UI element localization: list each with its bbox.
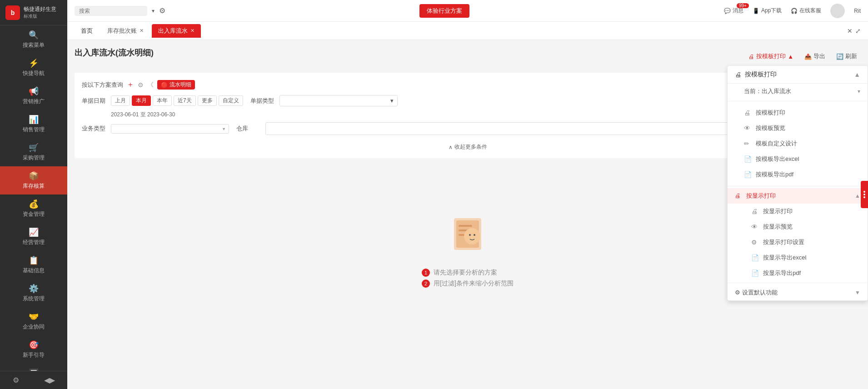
svg-point-9 [863,194,865,195]
enterprise-icon: 🤝 [29,312,39,322]
filter-active-tag[interactable]: 🔴 流水明细 [157,80,195,90]
display-settings-item[interactable]: ⚙ 按显示打印设置 [735,234,868,250]
date-pill-last-month[interactable]: 上月 [111,95,130,106]
empty-illustration [445,211,490,257]
close-tab-inventory-flow-icon[interactable]: ✕ [190,28,195,34]
sidebar-item-sales[interactable]: 📊 销售管理 [0,110,67,138]
export-button[interactable]: 📤 导出 [801,50,829,62]
operations-icon: 📈 [29,227,39,237]
display-section-items: 🖨 按显示打印 👁 按显示预览 ⚙ 按显示打印设置 📄 按显示导出excel 📄 [728,204,868,281]
tab-inventory-flow[interactable]: 出入库流水 ✕ [152,24,201,38]
settings-bottom-icon[interactable]: ⚙ [13,376,19,384]
display-print-item[interactable]: 🖨 按显示打印 [735,204,868,219]
display-export-excel-item[interactable]: 📄 按显示导出excel [735,250,868,265]
sidebar-item-operations[interactable]: 📈 经营管理 [0,223,67,251]
chevron-up-icon: ▲ [788,53,793,60]
logo-icon: b [5,5,20,20]
template-export-excel-item[interactable]: 📄 按模板导出excel [728,151,868,167]
print-template-button[interactable]: 🖨 按模板打印 ▲ [745,50,797,62]
doc-type-select[interactable]: ▾ [279,95,398,106]
topbar: ▾ ⚙ 体验行业方案 💬 消息 99+ 📱 App下载 🎧 在线客服 Rit [67,0,868,22]
flash-icon: ⚡ [29,58,39,68]
guide-icon: 🎯 [29,340,39,350]
business-type-label: 业务类型 [82,125,107,133]
filter-collapse-icon[interactable]: 《 [147,81,154,89]
phone-icon: 📱 [753,8,759,14]
app-download-button[interactable]: 📱 App下载 [753,7,782,15]
date-pill-custom[interactable]: 自定义 [219,95,243,106]
sidebar-item-finance[interactable]: 💰 资金管理 [0,194,67,223]
dropdown-current: 当前：出入库流水 ▾ [728,84,868,99]
close-tab-inventory-batch-icon[interactable]: ✕ [140,28,144,34]
display-section-icon: 🖨 [735,192,741,199]
sidebar-item-guide[interactable]: 🎯 新手引导 [0,335,67,364]
date-field-label: 单据日期 [82,97,107,105]
doc-type-label: 单据类型 [250,97,276,105]
dropdown-footer[interactable]: ⚙ 设置默认功能 ▼ [728,285,868,300]
date-pill-current-month[interactable]: 本月 [132,95,151,106]
page-content: 出入库流水(流水明细) 🖨 按模板打印 ▲ 📤 导出 🔄 刷新 [67,40,868,389]
dropdown-collapse-icon[interactable]: ▲ [854,71,860,78]
template-custom-icon: ✏ [744,140,751,147]
export-icon: 📤 [804,53,812,60]
business-type-select[interactable]: ▾ [111,124,229,134]
date-pill-more[interactable]: 更多 [198,95,217,106]
dropdown-title: 🖨 按模板打印 [735,70,777,79]
current-arrow-icon: ▾ [858,88,860,95]
warehouse-label: 仓库 [236,125,262,133]
right-edge-tab[interactable] [861,181,868,208]
sidebar-item-marketing[interactable]: 📢 营销推广 [0,82,67,110]
svg-point-7 [474,234,475,236]
sidebar-logo: b 畅捷通好生意 标准版 [0,0,67,25]
sales-icon: 📊 [29,115,39,125]
close-window-button[interactable]: ✕ [847,27,853,35]
template-pdf-icon: 📄 [744,171,751,178]
user-avatar[interactable] [830,4,845,18]
display-export-pdf-item[interactable]: 📄 按显示导出pdf [735,265,868,281]
page-title: 出入库流水(流水明细) [75,47,154,58]
template-preview-item[interactable]: 👁 按模板预览 [728,120,868,136]
svg-point-6 [469,234,471,236]
date-pill-7days[interactable]: 近7天 [174,95,196,106]
topbar-dropdown-arrow[interactable]: ▾ [152,8,155,14]
topbar-gear-icon[interactable]: ⚙ [159,6,165,15]
search-input[interactable] [75,6,147,16]
sidebar-item-basic[interactable]: 📋 基础信息 [0,251,67,279]
sidebar-item-app-center[interactable]: 🔲 应用中心 [0,364,67,371]
tabbar-right: ✕ ⤢ [847,27,861,35]
sidebar-item-enterprise[interactable]: 🤝 企业协同 [0,307,67,335]
display-preview-item[interactable]: 👁 按显示预览 [735,219,868,234]
maximize-window-button[interactable]: ⤢ [855,27,861,35]
filter-tag-icon: 🔴 [161,82,168,88]
business-type-field: 业务类型 ▾ [82,124,229,134]
filter-settings-icon[interactable]: ⚙ [138,81,144,89]
print-dropdown-panel: 🖨 按模板打印 ▲ 当前：出入库流水 ▾ 🖨 按模板打印 👁 按模板预 [727,65,868,301]
filter-label: 按以下方案查询 [82,81,123,89]
message-button[interactable]: 💬 消息 99+ [724,7,743,15]
sidebar-item-inventory[interactable]: 📦 库存核算 [0,166,67,194]
sidebar-item-system[interactable]: ⚙️ 系统管理 [0,279,67,307]
template-export-pdf-item[interactable]: 📄 按模板导出pdf [728,167,868,182]
tab-inventory-batch[interactable]: 库存批次账 ✕ [101,24,150,38]
sidebar-item-purchase[interactable]: 🛒 采购管理 [0,138,67,166]
industry-solution-button[interactable]: 体验行业方案 [419,4,469,18]
default-settings-icon: ⚙ [735,289,740,296]
sidebar-nav: 🔍 搜索菜单 ⚡ 快捷导航 📢 营销推广 📊 销售管理 🛒 采购管理 📦 库存核… [0,25,67,371]
sidebar-item-search[interactable]: 🔍 搜索菜单 [0,25,67,54]
date-pill-current-year[interactable]: 本年 [153,95,172,106]
collapse-sidebar-icon[interactable]: ◀▶ [44,376,55,384]
online-service-button[interactable]: 🎧 在线客服 [791,7,821,15]
filter-add-icon[interactable]: ＋ [127,80,134,90]
template-custom-item[interactable]: ✏ 模板自定义设计 [728,136,868,151]
sidebar-item-quick-nav[interactable]: ⚡ 快捷导航 [0,54,67,82]
display-section-header[interactable]: 🖨 按显示打印 ▲ [728,188,868,204]
display-excel-icon: 📄 [751,254,758,261]
template-print-item[interactable]: 🖨 按模板打印 [728,105,868,120]
sidebar-bottom: ⚙ ◀▶ [0,371,67,389]
toolbar-right: 🖨 按模板打印 ▲ 📤 导出 🔄 刷新 [745,50,861,62]
main-content: ▾ ⚙ 体验行业方案 💬 消息 99+ 📱 App下载 🎧 在线客服 Rit 首 [67,0,868,389]
tab-home[interactable]: 首页 [75,24,99,38]
username-label: Rit [854,8,861,14]
refresh-button[interactable]: 🔄 刷新 [833,50,861,62]
svg-point-5 [464,228,480,244]
